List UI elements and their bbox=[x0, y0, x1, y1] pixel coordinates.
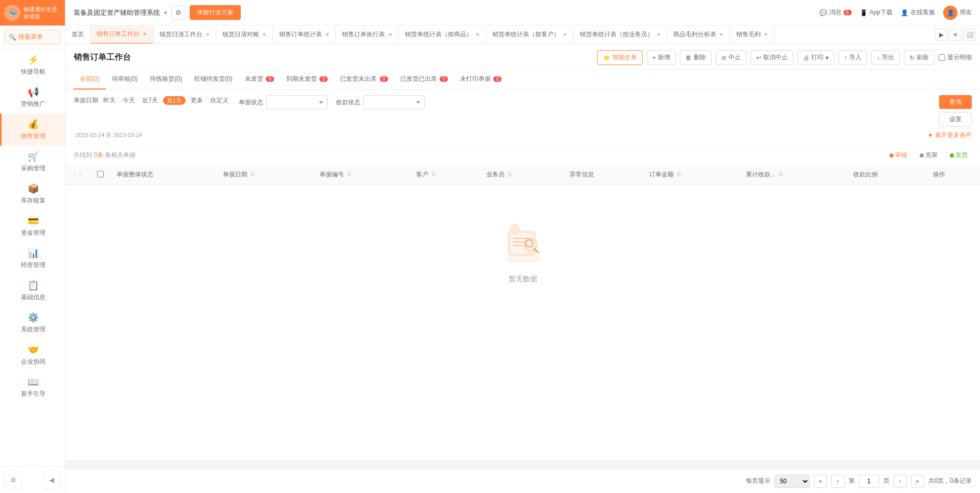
date-option-custom[interactable]: 自定义 bbox=[208, 95, 231, 106]
tab-gross-margin-close[interactable]: ✕ bbox=[719, 32, 723, 37]
prev-page-button[interactable]: ‹ bbox=[831, 475, 845, 488]
sidebar-item-cooperation[interactable]: 🤝 企业协同 bbox=[0, 339, 65, 371]
sub-tab-all[interactable]: 全部(0) bbox=[74, 70, 106, 89]
th-number[interactable]: 单据编号 ⇅ bbox=[313, 165, 410, 185]
cancel-suspend-button[interactable]: ↩ 取消中止 bbox=[750, 50, 793, 65]
tab-cash-reconcile[interactable]: 钱货日清对账 ✕ bbox=[216, 26, 273, 44]
search-menu-button[interactable]: 🔍 搜索菜单 bbox=[4, 30, 61, 44]
select-all-checkbox[interactable] bbox=[97, 171, 104, 177]
sub-tab-pending-review[interactable]: 待审核(0) bbox=[106, 70, 144, 89]
date-option-7days[interactable]: 近7天 bbox=[140, 95, 160, 106]
tab-customer-close[interactable]: ✕ bbox=[563, 32, 567, 37]
batch-ship-button[interactable]: 发货 bbox=[946, 149, 972, 161]
show-detail-checkbox[interactable] bbox=[939, 54, 945, 61]
sidebar-item-sales[interactable]: 💰 销售管理 bbox=[0, 114, 65, 146]
tab-sales-summary-customer[interactable]: 销货单统计表（按客户） ✕ bbox=[486, 26, 574, 44]
date-option-more[interactable]: 更多 bbox=[189, 95, 205, 106]
status-filter: 单据状态 bbox=[239, 95, 328, 109]
date-option-yesterday[interactable]: 昨天 bbox=[101, 95, 118, 106]
module-settings-button[interactable]: ⚙ bbox=[171, 6, 186, 20]
th-amount[interactable]: 订单金额 ⇅ bbox=[643, 165, 740, 185]
sidebar-item-marketing[interactable]: 📢 营销推广 bbox=[0, 81, 65, 114]
tab-gross-margin[interactable]: 商品毛利分析表 ✕ bbox=[667, 26, 730, 44]
next-page-button[interactable]: › bbox=[894, 475, 907, 488]
sub-tab-shipped-not-out[interactable]: 已发货未出库 0 bbox=[334, 70, 394, 89]
tab-sales-workbench-label: 销售订单工作台 bbox=[97, 30, 140, 38]
th-staff[interactable]: 业务员 ⇅ bbox=[480, 165, 563, 185]
tab-sales-summary-product[interactable]: 销货单统计表（按商品） ✕ bbox=[399, 26, 486, 44]
date-option-1month[interactable]: 近1月 bbox=[163, 96, 186, 105]
first-page-button[interactable]: « bbox=[814, 475, 827, 488]
payment-select[interactable] bbox=[363, 95, 425, 109]
online-service-action[interactable]: 👤 在线客服 bbox=[901, 8, 935, 17]
sidebar-item-base-info[interactable]: 📋 基础信息 bbox=[0, 275, 65, 307]
filter-setting-button[interactable]: 设置 bbox=[939, 112, 972, 127]
delete-button[interactable]: 🗑 删除 bbox=[680, 50, 712, 65]
sidebar-item-guide[interactable]: 📖 新手引导 bbox=[0, 371, 65, 404]
query-button[interactable]: 查询 bbox=[939, 95, 972, 109]
batch-audit-button[interactable]: 审核 bbox=[885, 149, 911, 161]
tab-sales-summary-staff[interactable]: 销货单统计表（按业务员） ✕ bbox=[574, 26, 667, 44]
sub-tab-shipped-out[interactable]: 已发货已出库 0 bbox=[394, 70, 454, 89]
tab-close-all-button[interactable]: ✕ bbox=[949, 29, 962, 41]
horizontal-scrollbar[interactable] bbox=[65, 460, 980, 468]
tab-sales-workbench[interactable]: 销售订单工作台 ✕ bbox=[90, 26, 153, 44]
tab-sales-exec[interactable]: 销售订单执行表 ✕ bbox=[336, 26, 399, 44]
refresh-button[interactable]: ↻ 刷新 bbox=[904, 50, 935, 65]
tab-home[interactable]: 首页 bbox=[65, 26, 90, 44]
user-label: 用友 bbox=[960, 8, 972, 17]
sub-tab-not-shipped[interactable]: 未发货 0 bbox=[239, 70, 280, 89]
import-button[interactable]: ↑ 导入 bbox=[838, 50, 867, 65]
ship-dot-icon bbox=[950, 153, 954, 158]
audit-dot-icon bbox=[890, 153, 894, 158]
sub-tab-wangpu[interactable]: 旺铺待发货(0) bbox=[188, 70, 239, 89]
sidebar-item-finance[interactable]: 💳 资金管理 bbox=[0, 210, 65, 242]
expand-filter-button[interactable]: ▼ 展开更多条件 bbox=[927, 131, 972, 140]
export-button[interactable]: ↓ 导出 bbox=[871, 50, 900, 65]
sidebar-item-quick-nav[interactable]: ⚡ 快捷导航 bbox=[0, 49, 65, 81]
tab-cashier-close[interactable]: ✕ bbox=[206, 32, 210, 37]
suspend-button[interactable]: ⊘ 中止 bbox=[716, 50, 746, 65]
tab-cash-reconcile-close[interactable]: ✕ bbox=[262, 32, 266, 37]
per-page-select[interactable]: 10 20 50 100 bbox=[774, 475, 810, 488]
footer-settings-button[interactable]: ⚙ bbox=[4, 470, 22, 489]
date-option-today[interactable]: 今天 bbox=[121, 95, 137, 106]
smart-generate-button[interactable]: ⭐ 智能生单 bbox=[597, 50, 643, 65]
last-page-button[interactable]: » bbox=[911, 475, 924, 488]
module-dropdown-icon[interactable]: ▾ bbox=[164, 9, 167, 16]
industry-solution-button[interactable]: 体验行业方案 bbox=[190, 5, 241, 20]
th-customer[interactable]: 客户 ⇅ bbox=[410, 165, 480, 185]
sub-tab-overdue-not-shipped[interactable]: 到期未发货 0 bbox=[280, 70, 334, 89]
tab-more-button[interactable]: ▶ bbox=[935, 29, 947, 41]
sidebar-item-operations[interactable]: 📊 经营管理 bbox=[0, 242, 65, 275]
print-button[interactable]: 🖨 打印 ▾ bbox=[797, 50, 834, 65]
new-button[interactable]: + 新增 bbox=[647, 50, 676, 65]
tab-maximize-button[interactable]: ⬜ bbox=[964, 29, 976, 41]
tab-staff-close[interactable]: ✕ bbox=[656, 32, 660, 37]
tab-sales-workbench-close[interactable]: ✕ bbox=[143, 31, 147, 37]
sidebar-item-purchase[interactable]: 🛒 采购管理 bbox=[0, 146, 65, 178]
sidebar-item-inventory[interactable]: 📦 库存核算 bbox=[0, 178, 65, 210]
tab-sales-stats[interactable]: 销售订单统计表 ✕ bbox=[273, 26, 336, 44]
tab-sales-stats-close[interactable]: ✕ bbox=[325, 32, 329, 37]
page-number-input[interactable] bbox=[859, 475, 879, 488]
app-download-action[interactable]: 📱 App下载 bbox=[860, 8, 893, 17]
tab-sales-detail[interactable]: 销售毛利 ✕ bbox=[730, 26, 774, 44]
tab-sales-detail-close[interactable]: ✕ bbox=[764, 32, 768, 37]
sidebar-item-system[interactable]: ⚙️ 系统管理 bbox=[0, 307, 65, 339]
message-action[interactable]: 💬 消息 6 bbox=[819, 8, 852, 17]
sub-tab-not-printed[interactable]: 未打印单据 0 bbox=[454, 70, 508, 89]
footer-collapse-button[interactable]: ◀ bbox=[42, 470, 61, 489]
th-collected[interactable]: 累计收款... ⇅ bbox=[740, 165, 848, 185]
th-date[interactable]: 单据日期 ⇅ bbox=[217, 165, 313, 185]
batch-cancel-audit-button[interactable]: 充审 bbox=[916, 149, 942, 161]
user-action[interactable]: 👤 用友 bbox=[943, 6, 972, 20]
tab-sales-exec-close[interactable]: ✕ bbox=[388, 32, 392, 37]
import-icon: ↑ bbox=[844, 54, 847, 61]
tab-cashier-daily[interactable]: 钱货日清工作台 ✕ bbox=[153, 26, 216, 44]
status-select[interactable] bbox=[266, 95, 328, 109]
sub-tab-pending-inspect[interactable]: 待拣验货(0) bbox=[144, 70, 188, 89]
show-detail-checkbox-wrapper[interactable]: 显示明细 bbox=[939, 53, 972, 62]
number-sort-icon: ⇅ bbox=[347, 171, 352, 178]
tab-product-close[interactable]: ✕ bbox=[475, 32, 480, 37]
